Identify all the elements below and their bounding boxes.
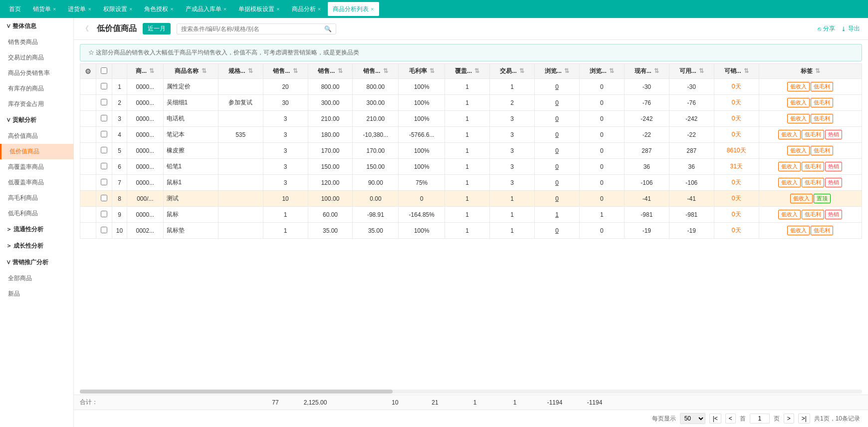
settings-icon[interactable]: ⚙ <box>85 67 91 75</box>
sidebar-item-category-sales-rate[interactable]: 商品分类销售率 <box>0 65 73 81</box>
sidebar-item-low-coverage[interactable]: 低覆盖率商品 <box>0 175 73 190</box>
sidebar-group-overview[interactable]: ∨ 整体信息 <box>0 18 73 34</box>
nav-product-analysis[interactable]: 商品分析 × <box>287 2 326 16</box>
col-sellable[interactable]: 可销... ⇅ <box>714 64 759 79</box>
sidebar-item-all-products[interactable]: 全部商品 <box>0 271 73 286</box>
row-browse1[interactable]: 0 <box>535 127 580 143</box>
nav-purchase-order[interactable]: 进货单 × <box>63 2 96 16</box>
col-name[interactable]: 商品名称 ⇅ <box>163 64 218 79</box>
close-icon[interactable]: × <box>223 6 226 12</box>
sidebar-item-high-value[interactable]: 高价值商品 <box>0 128 73 144</box>
row-checkbox[interactable] <box>96 207 112 223</box>
filter-recent-month-button[interactable]: 近一月 <box>143 23 171 34</box>
row-browse1[interactable]: 0 <box>535 79 580 95</box>
browse-link[interactable]: 0 <box>555 115 559 122</box>
row-browse1[interactable]: 0 <box>535 143 580 159</box>
row-checkbox[interactable] <box>96 95 112 111</box>
row-browse1[interactable]: 0 <box>535 191 580 207</box>
nav-permission[interactable]: 权限设置 × <box>98 2 137 16</box>
nav-template-settings[interactable]: 单据模板设置 × <box>233 2 284 16</box>
row-checkbox[interactable] <box>96 159 112 175</box>
nav-product-analysis-list[interactable]: 商品分析列表 × <box>328 2 379 16</box>
row-select-checkbox[interactable] <box>101 131 107 137</box>
col-trade[interactable]: 交易... ⇅ <box>490 64 535 79</box>
row-select-checkbox[interactable] <box>101 83 107 89</box>
search-input[interactable] <box>181 25 324 32</box>
row-select-checkbox[interactable] <box>101 163 107 169</box>
nav-production-order[interactable]: 产成品入库单 × <box>181 2 231 16</box>
next-page-button[interactable]: > <box>784 414 794 424</box>
table-area[interactable]: ⚙ 商... ⇅ 商品名称 ⇅ 规格... ⇅ 销售... ⇅ 销售... ⇅ … <box>74 63 868 389</box>
select-all-checkbox[interactable] <box>101 67 107 74</box>
horizontal-scrollbar[interactable] <box>80 390 862 394</box>
col-available[interactable]: 可用... ⇅ <box>669 64 714 79</box>
last-page-button[interactable]: >| <box>798 414 810 424</box>
browse-link[interactable]: 0 <box>555 99 559 106</box>
col-sales2[interactable]: 销售... ⇅ <box>308 64 353 79</box>
col-browse2[interactable]: 浏览... ⇅ <box>579 64 624 79</box>
sidebar-item-stocked-products[interactable]: 有库存的商品 <box>0 81 73 96</box>
row-select-checkbox[interactable] <box>101 147 107 153</box>
close-icon[interactable]: × <box>276 6 279 12</box>
row-browse1[interactable]: 0 <box>535 95 580 111</box>
sidebar-item-stock-capital[interactable]: 库存资金占用 <box>0 96 73 112</box>
row-checkbox[interactable] <box>96 79 112 95</box>
col-sales3[interactable]: 销售... ⇅ <box>353 64 399 79</box>
browse-link[interactable]: 0 <box>555 227 559 234</box>
col-num[interactable] <box>112 64 127 79</box>
row-browse1[interactable]: 0 <box>535 175 580 191</box>
col-tags[interactable]: 标签 ⇅ <box>759 64 862 79</box>
share-button[interactable]: ⎋ 分享 <box>818 24 835 33</box>
prev-page-button[interactable]: < <box>725 414 736 424</box>
browse-link[interactable]: 0 <box>555 147 559 154</box>
close-icon[interactable]: × <box>88 6 91 12</box>
sidebar-item-new-products[interactable]: 新品 <box>0 286 73 302</box>
search-box[interactable]: 🔍 <box>177 23 336 34</box>
sidebar-item-traded-products[interactable]: 交易过的商品 <box>0 50 73 65</box>
col-checkbox[interactable] <box>96 64 112 79</box>
col-settings[interactable]: ⚙ <box>80 64 96 79</box>
row-select-checkbox[interactable] <box>101 99 107 105</box>
col-browse1[interactable]: 浏览... ⇅ <box>535 64 580 79</box>
collapse-button[interactable]: 《 <box>82 24 89 33</box>
row-select-checkbox[interactable] <box>101 179 107 185</box>
close-icon[interactable]: × <box>318 6 321 12</box>
row-browse1[interactable]: 0 <box>535 223 580 239</box>
sidebar-item-high-coverage[interactable]: 高覆盖率商品 <box>0 159 73 175</box>
sidebar-item-low-margin[interactable]: 低毛利商品 <box>0 206 73 221</box>
browse-link[interactable]: 0 <box>555 195 559 202</box>
nav-sales-order[interactable]: 销货单 × <box>28 2 61 16</box>
nav-role-auth[interactable]: 角色授权 × <box>139 2 178 16</box>
close-icon[interactable]: × <box>170 6 173 12</box>
browse-link[interactable]: 0 <box>555 83 559 90</box>
row-browse1[interactable]: 1 <box>535 207 580 223</box>
close-icon[interactable]: × <box>371 6 374 12</box>
col-margin[interactable]: 毛利率 ⇅ <box>399 64 445 79</box>
page-size-select[interactable]: 50 100 200 <box>680 413 705 424</box>
row-select-checkbox[interactable] <box>101 115 107 121</box>
row-checkbox[interactable] <box>96 175 112 191</box>
col-sales1[interactable]: 销售... ⇅ <box>263 64 308 79</box>
first-page-button[interactable]: |< <box>709 414 721 424</box>
col-coverage[interactable]: 覆盖... ⇅ <box>445 64 490 79</box>
sidebar-group-contribution[interactable]: ∨ 贡献分析 <box>0 112 73 128</box>
browse-link[interactable]: 0 <box>555 163 559 170</box>
sidebar-group-marketing[interactable]: ∨ 营销推广分析 <box>0 254 73 271</box>
row-select-checkbox[interactable] <box>101 227 107 233</box>
page-number-input[interactable] <box>750 414 770 424</box>
row-checkbox[interactable] <box>96 111 112 127</box>
col-code[interactable]: 商... ⇅ <box>127 64 164 79</box>
row-select-checkbox[interactable] <box>101 211 107 217</box>
nav-home[interactable]: 首页 <box>4 2 26 16</box>
col-spec[interactable]: 规格... ⇅ <box>218 64 263 79</box>
row-checkbox[interactable] <box>96 223 112 239</box>
browse-link[interactable]: 1 <box>555 211 559 218</box>
row-checkbox[interactable] <box>96 127 112 143</box>
row-checkbox[interactable] <box>96 143 112 159</box>
export-button[interactable]: ⤓ 导出 <box>841 24 860 33</box>
sidebar-item-low-value[interactable]: 低价值商品 <box>0 144 73 159</box>
sidebar-item-sales-products[interactable]: 销售类商品 <box>0 34 73 50</box>
sidebar-group-circulation[interactable]: ＞ 流通性分析 <box>0 221 73 238</box>
row-checkbox[interactable] <box>96 191 112 207</box>
row-select-checkbox[interactable] <box>101 195 107 201</box>
